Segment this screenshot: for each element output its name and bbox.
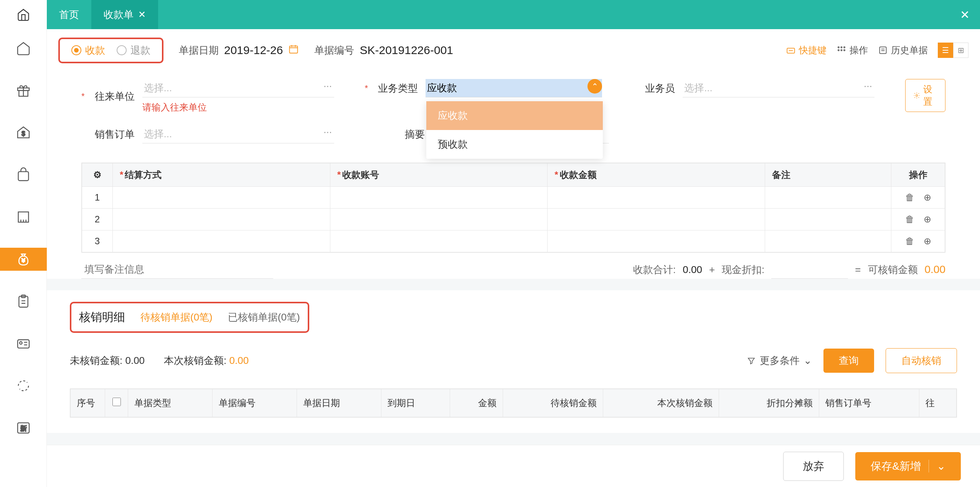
col-settle: 结算方式 [113, 163, 330, 187]
form-header: 收款 退款 单据日期 2019-12-26 单据编号 SK-20191226-0… [47, 29, 980, 279]
biztype-dropdown: 应收款 预收款 [426, 101, 603, 159]
radio-shoukuan[interactable]: 收款 [71, 44, 105, 57]
dropdown-opt-yushou[interactable]: 预收款 [426, 130, 603, 159]
bill-no-value: SK-20191226-001 [360, 44, 453, 57]
discount-label: 现金折扣: [722, 263, 764, 276]
discount-input[interactable] [771, 260, 848, 279]
add-icon[interactable]: ⊕ [924, 236, 931, 247]
svg-text:$: $ [21, 130, 25, 137]
svg-point-19 [841, 49, 842, 51]
more-conditions-button[interactable]: 更多条件⌄ [747, 354, 812, 367]
settings-button[interactable]: 设置 [905, 79, 945, 112]
sidebar-card-icon[interactable] [12, 332, 35, 355]
radio-tuikuan-label: 退款 [130, 44, 150, 57]
salesman-input[interactable] [683, 79, 874, 97]
auto-writeoff-button[interactable]: 自动核销 [886, 348, 957, 373]
svg-rect-8 [18, 340, 29, 348]
svg-point-9 [20, 342, 22, 344]
more-icon[interactable]: ⋯ [864, 81, 872, 91]
sidebar-sync-icon[interactable] [12, 374, 35, 397]
sidebar-gift-icon[interactable] [12, 79, 35, 102]
view-list-icon[interactable]: ☰ [938, 43, 953, 58]
writeoff-label: 可核销金额 [868, 263, 918, 276]
wcol-due: 到期日 [381, 389, 450, 417]
save-button[interactable]: 保存&新增⌄ [855, 452, 961, 480]
table-row: 2🗑⊕ [82, 209, 945, 230]
bill-date: 单据日期 2019-12-26 [179, 44, 299, 57]
wcol-seq: 序号 [71, 389, 105, 417]
wcol-wanglai: 往 [919, 389, 956, 417]
calendar-icon[interactable] [288, 44, 299, 57]
header-close-icon[interactable]: ✕ [949, 0, 980, 29]
row-num: 3 [82, 230, 113, 252]
settings-label: 设置 [923, 83, 937, 108]
sidebar-home-icon[interactable] [12, 37, 35, 60]
add-icon[interactable]: ⊕ [924, 192, 931, 203]
wcol-type: 单据类型 [128, 389, 213, 417]
sidebar-new-icon[interactable]: 新 [12, 416, 35, 439]
col-remark: 备注 [765, 163, 891, 187]
wanglai-input[interactable] [142, 79, 334, 97]
col-account: 收款账号 [330, 163, 548, 187]
total-label: 收款合计: [633, 263, 676, 276]
delete-icon[interactable]: 🗑 [905, 214, 914, 225]
app-home-button[interactable] [0, 0, 47, 29]
writeoff-table: 序号 单据类型 单据编号 单据日期 到期日 金额 待核销金额 本次核销金额 折扣… [70, 388, 957, 418]
delete-icon[interactable]: 🗑 [905, 192, 914, 203]
close-icon[interactable]: ✕ [138, 9, 146, 20]
select-all-checkbox[interactable] [112, 398, 121, 406]
tab-home[interactable]: 首页 [47, 0, 91, 29]
svg-text:¥: ¥ [21, 257, 25, 263]
tab-receipt[interactable]: 收款单 ✕ [91, 0, 158, 29]
query-button[interactable]: 查询 [823, 349, 874, 373]
thiswrite-value: 0.00 [229, 355, 249, 366]
chevron-down-icon[interactable]: ⌄ [929, 460, 945, 472]
save-label: 保存&新增 [871, 459, 921, 474]
svg-point-16 [841, 47, 842, 48]
biztype-input[interactable] [426, 79, 602, 97]
tab-pending[interactable]: 待核销单据(0笔) [140, 311, 213, 324]
dropdown-opt-yingshou[interactable]: 应收款 [426, 101, 603, 130]
salesorder-input[interactable] [142, 125, 334, 143]
cancel-button[interactable]: 放弃 [783, 452, 844, 481]
sidebar-building-icon[interactable] [12, 206, 35, 229]
equals-sign: = [855, 264, 861, 276]
chevron-down-icon: ⌄ [803, 355, 812, 367]
shortcut-button[interactable]: 快捷键 [786, 44, 827, 56]
history-label: 历史单据 [891, 44, 928, 56]
radio-tuikuan[interactable]: 退款 [117, 44, 150, 57]
shortcut-label: 快捷键 [799, 44, 827, 56]
more-icon[interactable]: ⋯ [323, 81, 332, 91]
col-amount: 收款金额 [548, 163, 765, 187]
salesman-label: 业务员 [633, 82, 675, 95]
tab-done[interactable]: 已核销单据(0笔) [228, 311, 300, 324]
bill-date-label: 单据日期 [179, 44, 219, 57]
sidebar-money-bag-icon[interactable]: ¥ [0, 248, 47, 271]
footer-actions: 放弃 保存&新增⌄ [47, 445, 980, 487]
writeoff-amounts: 未核销金额: 0.00 本次核销金额: 0.00 更多条件⌄ 查询 自动核销 [70, 348, 957, 373]
add-icon[interactable]: ⊕ [924, 214, 931, 225]
chevron-up-icon[interactable]: ⌃ [587, 79, 602, 94]
table-row: 3🗑⊕ [82, 230, 945, 252]
delete-icon[interactable]: 🗑 [905, 236, 914, 247]
wcol-pending: 待核销金额 [503, 389, 603, 417]
operate-button[interactable]: 操作 [836, 44, 868, 56]
field-biztype: *业务类型 ⌃ 应收款 预收款 [365, 79, 602, 97]
svg-point-18 [838, 49, 839, 51]
thiswrite-label: 本次核销金额: [164, 355, 226, 366]
svg-text:新: 新 [20, 425, 26, 432]
svg-point-17 [844, 47, 845, 48]
bill-date-value: 2019-12-26 [224, 44, 283, 57]
more-icon[interactable]: ⋯ [323, 127, 332, 137]
sidebar-clipboard-icon[interactable] [12, 290, 35, 313]
field-salesman: 业务员 ⋯ [633, 79, 874, 97]
plus-sign: + [709, 264, 715, 276]
history-button[interactable]: 历史单据 [878, 44, 928, 56]
remark-input[interactable] [81, 260, 273, 279]
svg-point-15 [838, 47, 839, 48]
gear-icon[interactable]: ⚙ [82, 163, 113, 187]
sidebar-house-money-icon[interactable]: $ [12, 121, 35, 144]
tab-receipt-label: 收款单 [104, 8, 134, 21]
view-grid-icon[interactable]: ⊞ [953, 43, 968, 58]
sidebar-bag-icon[interactable] [12, 163, 35, 186]
